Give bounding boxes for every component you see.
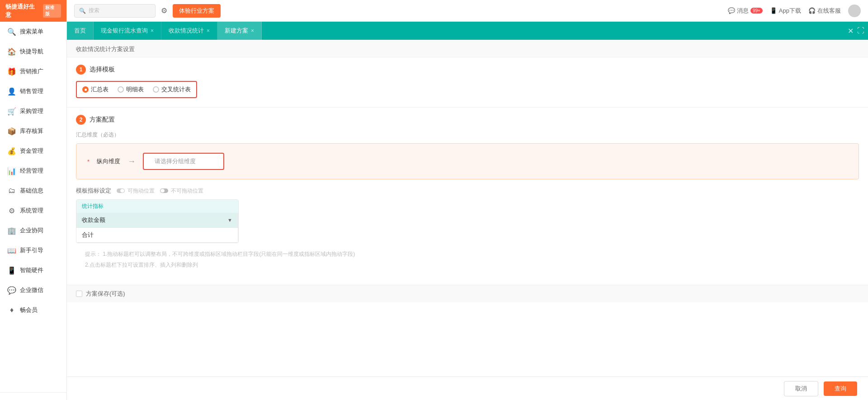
sidebar-label-wechat: 企业微信 — [20, 286, 43, 294]
sidebar-icon-enterprise: 🏢 — [7, 226, 16, 235]
page-header: 收款情况统计方案设置 — [67, 40, 868, 57]
tab-new-plan-label: 新建方案 — [225, 27, 248, 35]
sidebar-label-marketing: 营销推广 — [20, 67, 43, 75]
search-placeholder: 搜索 — [89, 7, 99, 14]
radio-cross[interactable]: 交叉统计表 — [153, 85, 191, 94]
download-label: App下载 — [779, 7, 801, 15]
notification-item[interactable]: 💬 消息 99+ — [728, 7, 763, 15]
save-label: 方案保存(可选) — [86, 290, 125, 298]
sidebar-label-guide: 新手引导 — [20, 246, 43, 254]
sidebar-item-member[interactable]: ♦ 畅会员 — [0, 300, 66, 320]
movable-label: 可拖动位置 — [127, 187, 155, 195]
sidebar-label-inventory: 库存核算 — [20, 127, 43, 135]
tab-receipts-stats-close[interactable]: × — [207, 28, 210, 34]
sidebar-item-hardware[interactable]: 📱 智能硬件 — [0, 260, 66, 280]
sidebar-label-enterprise: 企业协同 — [20, 226, 43, 235]
sidebar-icon-hardware: 📱 — [7, 266, 16, 275]
sidebar-item-marketing[interactable]: 🎁 营销推广 — [0, 61, 66, 81]
dimension-title: 汇总维度（必选） — [76, 131, 859, 139]
fixed-label: 不可拖动位置 — [171, 187, 203, 195]
sidebar-item-search-menu[interactable]: 🔍 搜索菜单 — [0, 22, 66, 42]
page-container: 收款情况统计方案设置 1 选择模板 汇总表 明细表 — [67, 40, 868, 376]
sidebar-item-sales[interactable]: 👤 销售管理 — [0, 81, 66, 101]
query-button[interactable]: 查询 — [824, 381, 857, 396]
sidebar-icon-sales: 👤 — [7, 87, 16, 96]
step1-number: 1 — [76, 65, 86, 75]
step2-number: 2 — [76, 115, 86, 125]
radio-detail-label: 明细表 — [126, 85, 144, 94]
radio-cross-label: 交叉统计表 — [161, 85, 191, 94]
template-options: 汇总表 明细表 交叉统计表 — [76, 81, 197, 98]
sidebar-icon-member: ♦ — [7, 306, 16, 314]
industry-btn[interactable]: 体验行业方案 — [173, 4, 221, 18]
logo-text: 畅捷通好生意 — [5, 3, 40, 19]
sidebar-item-purchase[interactable]: 🛒 采购管理 — [0, 101, 66, 121]
movable-tag: 可拖动位置 — [117, 187, 155, 195]
search-box[interactable]: 🔍 搜索 — [74, 4, 156, 18]
topbar-gear-icon[interactable]: ⚙ — [161, 6, 167, 15]
sidebar-label-purchase: 采购管理 — [20, 107, 43, 115]
sidebar-item-funds[interactable]: 💰 资金管理 — [0, 141, 66, 161]
service-item[interactable]: 🎧 在线客服 — [808, 7, 841, 15]
tab-receipts-stats-label: 收款情况统计 — [169, 27, 204, 35]
topbar: 🔍 搜索 ⚙ 体验行业方案 💬 消息 99+ 📱 App下载 🎧 在线客服 — [67, 0, 868, 22]
user-avatar[interactable] — [848, 5, 861, 17]
sidebar-label-basic-info: 基础信息 — [20, 187, 43, 195]
sidebar-item-quick-nav[interactable]: 🏠 快捷导航 — [0, 42, 66, 61]
cell-header-label: 收款金额 — [82, 216, 105, 224]
sidebar-item-system[interactable]: ⚙ 系统管理 — [0, 201, 66, 221]
tab-bank-flow-label: 现金银行流水查询 — [101, 27, 148, 35]
dim-select-btn[interactable]: 请选择分组维度 — [143, 153, 224, 170]
sidebar-label-member: 畅会员 — [20, 306, 38, 314]
radio-summary-label: 汇总表 — [91, 85, 108, 94]
sidebar-bottom — [0, 392, 66, 400]
notification-badge: 99+ — [750, 8, 763, 14]
indicator-label-row: 模板指标设定 可拖动位置 不可拖动位置 — [76, 187, 859, 195]
tab-fullscreen-icon[interactable]: ⛶ — [857, 27, 864, 35]
service-icon: 🎧 — [808, 7, 816, 14]
sidebar-item-guide[interactable]: 📖 新手引导 — [0, 240, 66, 260]
breadcrumb: 收款情况统计方案设置 — [76, 46, 135, 52]
sidebar-icon-guide: 📖 — [7, 246, 16, 255]
cell-header[interactable]: 收款金额 ▼ — [76, 213, 238, 228]
movable-toggle-icon — [117, 188, 125, 193]
radio-summary[interactable]: 汇总表 — [82, 85, 108, 94]
page-footer: 方案保存(可选) — [67, 285, 868, 302]
save-checkbox[interactable] — [76, 291, 82, 297]
vertical-dim-label: 纵向维度 — [97, 157, 120, 165]
sidebar-item-enterprise[interactable]: 🏢 企业协同 — [0, 221, 66, 240]
topbar-right: 💬 消息 99+ 📱 App下载 🎧 在线客服 — [728, 5, 861, 17]
fixed-toggle-icon — [160, 188, 168, 193]
content-area: 收款情况统计方案设置 1 选择模板 汇总表 明细表 — [67, 40, 868, 376]
tab-home[interactable]: 首页 — [67, 22, 94, 40]
step2-title: 方案配置 — [90, 116, 115, 124]
sidebar-item-basic-info[interactable]: 🗂 基础信息 — [0, 181, 66, 201]
tab-new-plan[interactable]: 新建方案 × — [217, 22, 262, 40]
dim-arrow: → — [127, 157, 136, 166]
download-item[interactable]: 📱 App下载 — [770, 7, 801, 15]
sidebar-icon-wechat: 💬 — [7, 286, 16, 295]
sidebar-label-search-menu: 搜索菜单 — [20, 28, 43, 36]
action-bar: 取消 查询 — [67, 376, 868, 400]
fixed-tag: 不可拖动位置 — [160, 187, 203, 195]
sidebar-item-inventory[interactable]: 📦 库存核算 — [0, 121, 66, 141]
sidebar-item-wechat[interactable]: 💬 企业微信 — [0, 280, 66, 300]
indicator-section: 模板指标设定 可拖动位置 不可拖动位置 统计指标 — [76, 187, 859, 243]
tab-close-all-icon[interactable]: ✕ — [848, 27, 854, 35]
radio-detail[interactable]: 明细表 — [118, 85, 144, 94]
tab-receipts-stats[interactable]: 收款情况统计 × — [161, 22, 217, 40]
sidebar-label-sales: 销售管理 — [20, 87, 43, 95]
cell-chevron-icon[interactable]: ▼ — [227, 217, 232, 223]
radio-detail-circle — [118, 86, 124, 93]
cancel-button[interactable]: 取消 — [784, 381, 818, 396]
sidebar-icon-funds: 💰 — [7, 147, 16, 155]
sidebar-icon-quick-nav: 🏠 — [7, 47, 16, 56]
sidebar-item-operations[interactable]: 📊 经营管理 — [0, 161, 66, 181]
tab-new-plan-close[interactable]: × — [251, 28, 254, 34]
hint-section: 提示： 1.拖动标题栏可以调整布局，不可跨维度或指标区域拖动栏目字段(只能在同一… — [76, 243, 859, 276]
tab-bar-right: ✕ ⛶ — [848, 27, 868, 35]
hint-line-2: 2.点击标题栏下拉可设置排序、插入列和删除列 — [85, 259, 850, 270]
tab-bank-flow[interactable]: 现金银行流水查询 × — [94, 22, 161, 40]
tab-bank-flow-close[interactable]: × — [151, 28, 154, 34]
sidebar-icon-operations: 📊 — [7, 167, 16, 175]
